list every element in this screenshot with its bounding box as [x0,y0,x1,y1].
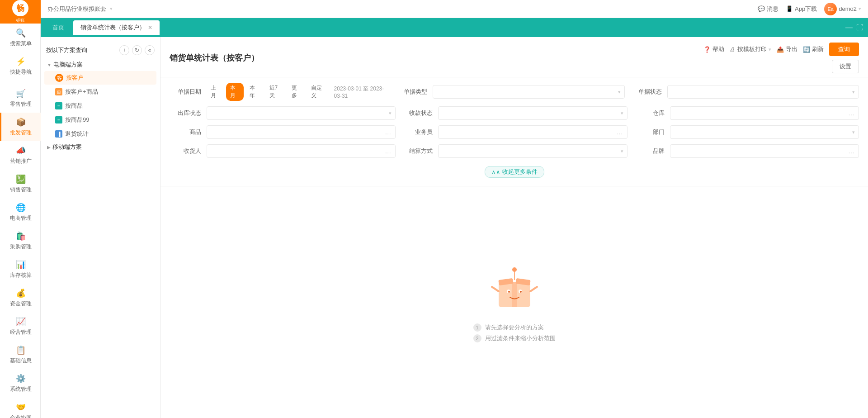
search-icon: 🔍 [16,28,26,38]
help-btn[interactable]: ❓ 帮助 [703,45,724,53]
scheme-by-customer[interactable]: 客 按客户 [44,71,156,85]
sidebar-purchase-label: 采购管理 [10,243,32,251]
sidebar-item-retail[interactable]: 🛒 零售管理 [0,84,41,113]
right-panel: 销货单统计表（按客户） ❓ 帮助 🖨 按模板打印 ▾ 📤 [160,37,868,418]
date-btn-last7[interactable]: 近7天 [265,83,286,101]
query-button[interactable]: 查询 [829,43,859,56]
filter-row-1: 单据日期 上月 本月 本年 近7天 更多 自定义 2023-03-01 至 20… [170,83,859,101]
sidebar-sales-label: 销售管理 [10,186,32,194]
settlement-chevron: ▾ [621,148,623,154]
sidebar-item-nav[interactable]: ⚡ 快捷导航 [0,52,41,81]
tab-sales-stat[interactable]: 销货单统计表（按客户） ✕ [73,20,160,35]
date-btn-custom[interactable]: 自定义 [307,83,330,101]
pay-status-select[interactable]: ▾ [438,106,627,120]
sidebar-item-finance[interactable]: 💰 资金管理 [0,284,41,312]
tab-actions: — ⛶ [845,24,863,32]
settings-button[interactable]: 设置 [832,60,859,73]
filter-area: 单据日期 上月 本月 本年 近7天 更多 自定义 2023-03-01 至 20… [160,77,868,186]
chevron-right-icon: ▶ [47,145,51,150]
scheme-return-stat[interactable]: ▐ 退货统计 [44,127,156,141]
sidebar-item-ecommerce[interactable]: 🌐 电商管理 [0,198,41,227]
add-scheme-btn[interactable]: + [119,45,129,55]
mobile-scheme-header[interactable]: ▶ 移动端方案 [44,141,156,153]
hint1-text: 请先选择要分析的方案 [485,323,544,332]
receiver-input[interactable]: … [207,144,396,158]
empty-hint-2: 2 用过滤条件来缩小分析范围 [473,334,556,342]
user-menu[interactable]: Ea demo2 ▾ [824,3,861,15]
collapse-button[interactable]: ∧∧ 收起更多条件 [485,166,544,178]
brand-label: 品牌 [633,147,665,155]
message-label: 消息 [767,5,778,13]
chevron-down-icon: ▼ [47,62,52,67]
app-download-btn[interactable]: 📱 App下载 [786,5,817,13]
sidebar-item-search[interactable]: 🔍 搜索菜单 [0,24,41,52]
goods-input[interactable]: … [207,125,396,139]
warehouse-input[interactable]: … [670,106,859,120]
refresh-label: 刷新 [812,45,824,53]
logo: 畅 标账 [0,0,41,24]
refresh-btn[interactable]: 🔄 刷新 [803,45,824,53]
message-btn[interactable]: 💬 消息 [758,5,778,13]
out-status-select[interactable]: ▾ [207,106,396,120]
warehouse-label: 仓库 [633,109,665,117]
tab-maximize-btn[interactable]: ⛶ [856,24,863,32]
sidebar-system-label: 系统管理 [10,385,32,393]
sidebar-item-inventory[interactable]: 📊 库存核算 [0,255,41,284]
department-select[interactable]: ▾ [670,125,859,139]
sidebar-item-basic[interactable]: 📋 基础信息 [0,341,41,369]
goods-dots: … [385,128,392,136]
message-icon: 💬 [758,5,765,12]
svg-point-9 [512,267,517,272]
settlement-select[interactable]: ▾ [438,144,627,158]
sidebar-inventory-label: 库存核算 [10,271,32,279]
refresh-scheme-btn[interactable]: ↻ [132,45,142,55]
sidebar-item-marketing[interactable]: 📣 营销推广 [0,141,41,170]
avatar-initials: Ea [828,6,834,12]
print-btn[interactable]: 🖨 按模板打印 ▾ [730,45,771,53]
export-label: 导出 [786,45,797,53]
scheme-by-goods[interactable]: ≡ 按商品 [44,99,156,113]
date-btn-more[interactable]: 更多 [288,83,305,101]
date-btn-this-month[interactable]: 本月 [226,83,244,101]
status-select[interactable]: ▾ [667,85,859,99]
sidebar-item-operations[interactable]: 📈 经营管理 [0,312,41,341]
export-btn[interactable]: 📤 导出 [777,45,797,53]
user-name: demo2 [839,5,857,12]
salesperson-input[interactable]: … [438,125,627,139]
type-select[interactable]: ▾ [433,85,624,99]
collapse-bar: ∧∧ 收起更多条件 [170,163,859,180]
left-panel-header: 按以下方案查询 + ↻ « [41,42,160,59]
brand-input[interactable]: … [670,144,859,158]
header-left: 办公用品行业模拟账套 ▾ [47,5,113,13]
tab-minimize-btn[interactable]: — [845,24,853,32]
out-status-chevron: ▾ [389,110,392,116]
sidebar-ecommerce-label: 电商管理 [10,214,32,222]
page-actions: ❓ 帮助 🖨 按模板打印 ▾ 📤 导出 🔄 [703,43,859,56]
sidebar-item-wholesale[interactable]: 📦 批发管理 [0,113,41,141]
sidebar-enterprise-label: 企业协同 [10,414,32,418]
sidebar-item-system[interactable]: ⚙️ 系统管理 [0,369,41,398]
date-btn-this-year[interactable]: 本年 [245,83,263,101]
empty-svg [487,262,542,312]
sidebar-item-enterprise[interactable]: 🤝 企业协同 [0,398,41,418]
salesperson-label: 业务员 [401,128,433,136]
tab-home[interactable]: 首页 [45,20,71,35]
type-label: 单据类型 [396,88,427,96]
return-icon: ▐ [55,130,62,138]
empty-illustration [487,262,542,316]
hint1-num: 1 [473,323,481,332]
scheme-goods99-label: 按商品99 [65,116,89,124]
desktop-scheme-header[interactable]: ▼ 电脑端方案 [44,59,156,71]
date-btn-last-month[interactable]: 上月 [207,83,224,101]
scheme-by-goods-99[interactable]: ≡ 按商品99 [44,113,156,127]
print-label: 按模板打印 [737,45,767,53]
sidebar-item-sales[interactable]: 💹 销售管理 [0,170,41,198]
tab-close-btn[interactable]: ✕ [148,24,152,31]
settlement-label: 结算方式 [401,147,433,155]
scheme-customer-label: 按客户 [66,74,84,82]
scheme-by-customer-goods[interactable]: ⊞ 按客户+商品 [44,85,156,99]
customer-icon: 客 [55,74,63,82]
collapse-panel-btn[interactable]: « [145,45,155,55]
salesperson-dots: … [617,128,623,136]
sidebar-item-purchase[interactable]: 🛍️ 采购管理 [0,227,41,255]
